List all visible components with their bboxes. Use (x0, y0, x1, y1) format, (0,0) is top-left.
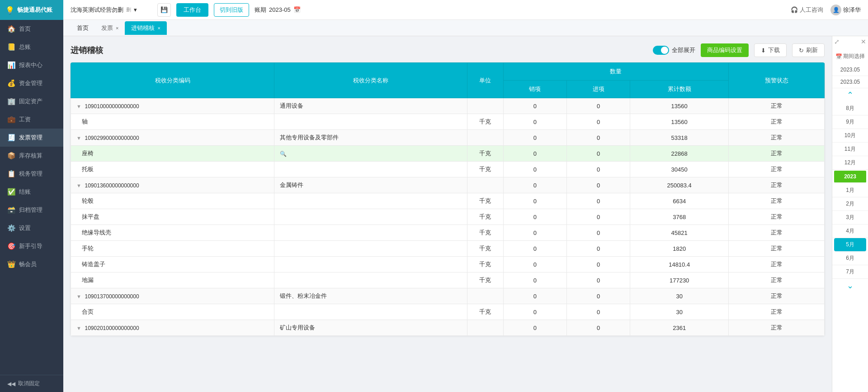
cell-extra (274, 193, 467, 209)
sidebar-item-settlement[interactable]: ✅ 结账 (0, 183, 63, 201)
cell-name: 金属铸件 (274, 177, 467, 193)
month-12[interactable]: 12月 (832, 156, 868, 170)
table-row[interactable]: ▼ 109029900000000000 其他专用设备及零部件 0 0 5331… (71, 130, 825, 146)
page-header: 进销稽核 全部展开 商品编码设置 ⬇ 下载 ↻ 刷 (71, 43, 825, 57)
save-button[interactable]: 💾 (157, 3, 171, 17)
sidebar-item-guide[interactable]: 🎯 新手引导 (0, 237, 63, 255)
cell-status: 正常 (729, 114, 825, 130)
sidebar-item-tax[interactable]: 📋 税务管理 (0, 165, 63, 183)
headset-icon: 🎧 (791, 6, 798, 13)
sidebar-item-fund[interactable]: 💰 资金管理 (0, 74, 63, 92)
table-row[interactable]: 合页 千克 0 0 30 正常 (71, 304, 825, 320)
tab-reconcile[interactable]: 进销稽核 × (125, 21, 166, 35)
month-6[interactable]: 6月 (832, 252, 868, 265)
tax-icon: 📋 (7, 170, 15, 178)
cell-extra (274, 225, 467, 241)
month-4[interactable]: 4月 (832, 225, 868, 238)
calendar-icon[interactable]: 📅 (293, 6, 301, 13)
table-row[interactable]: 托板 千克 0 0 30450 正常 (71, 162, 825, 177)
th-unit: 单位 (467, 63, 503, 98)
cell-code: ▼ 109013600000000000 (71, 177, 274, 193)
sidebar-item-label: 固定资产 (19, 97, 42, 105)
cell-purchase: 0 (566, 225, 630, 241)
sidebar-item-invoice[interactable]: 🧾 发票管理 (0, 129, 63, 147)
tab-home[interactable]: 首页 (71, 21, 95, 35)
expand-panel-icon[interactable]: ⤢ (834, 38, 840, 45)
sidebar-item-label: 结账 (19, 188, 31, 196)
sidebar-item-salary[interactable]: 💼 工资 (0, 110, 63, 129)
sidebar-item-inventory[interactable]: 📦 库存核算 (0, 147, 63, 165)
collapse-up-button[interactable]: ⌃ (832, 88, 868, 102)
table-row[interactable]: 手轮 千克 0 0 1820 正常 (71, 241, 825, 257)
service-button[interactable]: 🎧 人工咨询 (791, 6, 823, 14)
table-row[interactable]: 轴 千克 0 0 13560 正常 (71, 114, 825, 130)
sidebar-item-fixed-asset[interactable]: 🏢 固定资产 (0, 92, 63, 110)
switch-version-button[interactable]: 切到旧版 (214, 3, 249, 17)
sidebar-item-label: 库存核算 (19, 152, 42, 160)
month-8[interactable]: 8月 (832, 102, 868, 115)
sidebar-item-ledger[interactable]: 📒 总账 (0, 38, 63, 56)
month-11[interactable]: 11月 (832, 143, 868, 156)
period-item-1[interactable]: 2023.05 (832, 76, 868, 88)
table-row[interactable]: ▼ 109010000000000000 通用设备 0 0 13560 正常 (71, 98, 825, 114)
cell-unit (467, 130, 503, 146)
cell-total: 22868 (630, 146, 729, 162)
sidebar-item-member[interactable]: 👑 畅会员 (0, 255, 63, 273)
sidebar-item-settings[interactable]: ⚙️ 设置 (0, 219, 63, 237)
refresh-button[interactable]: ↻ 刷新 (792, 43, 825, 57)
cell-total: 53318 (630, 130, 729, 146)
table-row[interactable]: 座椅 🔍 千克 0 0 22868 正常 (71, 146, 825, 162)
sidebar-item-home[interactable]: 🏠 首页 (0, 20, 63, 38)
product-code-button[interactable]: 商品编码设置 (701, 43, 749, 57)
toggle-track[interactable] (653, 46, 669, 55)
page-content: 进销稽核 全部展开 商品编码设置 ⬇ 下载 ↻ 刷 (63, 36, 832, 392)
tab-invoice-close[interactable]: × (116, 25, 118, 31)
table-row[interactable]: ▼ 109013700000000000 锻件、粉末冶金件 0 0 30 正常 (71, 288, 825, 304)
sidebar-item-report[interactable]: 📊 报表中心 (0, 56, 63, 74)
company-delete[interactable]: 删 (126, 6, 131, 13)
tab-invoice[interactable]: 发票 × (95, 21, 125, 35)
table-row[interactable]: 轮毂 千克 0 0 6634 正常 (71, 193, 825, 209)
tab-reconcile-close[interactable]: × (157, 25, 160, 31)
sidebar-item-label: 总账 (19, 43, 31, 51)
cell-sales: 0 (503, 162, 566, 177)
month-5[interactable]: 5月 (834, 238, 866, 252)
user-name: 徐泽华 (843, 6, 861, 14)
month-7[interactable]: 7月 (832, 265, 868, 279)
table-row[interactable]: 抹平盘 千克 0 0 3768 正常 (71, 209, 825, 225)
ledger-icon: 📒 (7, 43, 15, 51)
topbar: 沈海英测试经营勿删 删 ▾ 💾 工作台 切到旧版 账期 2023-05 📅 🎧 … (63, 0, 868, 20)
month-10[interactable]: 10月 (832, 129, 868, 143)
close-panel-button[interactable]: ✕ (861, 38, 866, 45)
month-9[interactable]: 9月 (832, 115, 868, 129)
user-menu[interactable]: 👤 徐泽华 (830, 5, 861, 15)
cell-sales: 0 (503, 241, 566, 257)
cell-name: 地漏 (71, 272, 274, 288)
cell-total: 3768 (630, 209, 729, 225)
month-3[interactable]: 3月 (832, 211, 868, 225)
cell-purchase: 0 (566, 241, 630, 257)
expand-toggle[interactable]: 全部展开 (653, 46, 695, 55)
table-row[interactable]: 铸造盖子 千克 0 0 14810.4 正常 (71, 257, 825, 272)
table-row[interactable]: 地漏 千克 0 0 177230 正常 (71, 272, 825, 288)
year-2023[interactable]: 2023 (834, 171, 866, 183)
sidebar-unpin[interactable]: ◀◀ 取消固定 (0, 375, 63, 392)
table-row[interactable]: ▼ 109020100000000000 矿山专用设备 0 0 2361 正常 (71, 320, 825, 336)
workbench-button[interactable]: 工作台 (176, 3, 208, 17)
unpin-label: 取消固定 (18, 380, 40, 387)
cell-name: 其他专用设备及零部件 (274, 130, 467, 146)
month-1[interactable]: 1月 (832, 184, 868, 197)
sidebar-item-archive[interactable]: 🗃️ 归档管理 (0, 201, 63, 219)
month-2[interactable]: 2月 (832, 197, 868, 211)
download-button[interactable]: ⬇ 下载 (754, 43, 787, 57)
period-item-0[interactable]: 2023.05 (832, 64, 868, 76)
tabbar: 首页 发票 × 进销稽核 × (63, 20, 868, 36)
table-row[interactable]: ▼ 109013600000000000 金属铸件 0 0 250083.4 正… (71, 177, 825, 193)
table-row[interactable]: 绝缘导线壳 千克 0 0 45821 正常 (71, 225, 825, 241)
company-selector[interactable]: 沈海英测试经营勿删 删 ▾ (71, 6, 152, 14)
chevron-down-icon[interactable]: ▾ (134, 6, 137, 13)
logo-icon: 💡 (5, 6, 14, 14)
collapse-down-button[interactable]: ⌄ (832, 279, 868, 292)
fixed-asset-icon: 🏢 (7, 97, 15, 105)
tab-home-label: 首页 (77, 24, 89, 32)
